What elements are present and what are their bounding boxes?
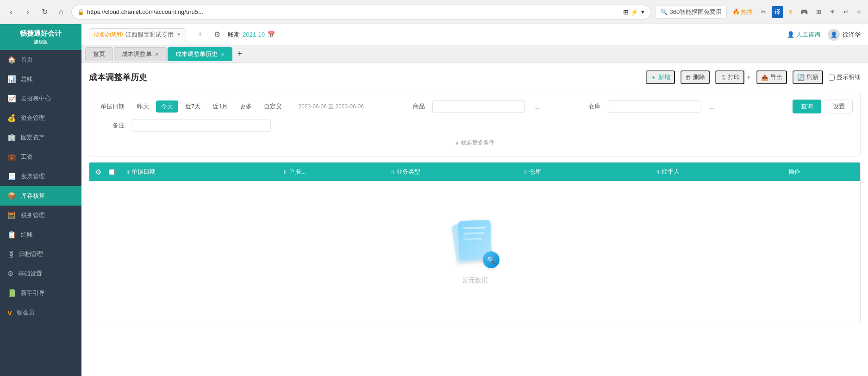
scissors-btn[interactable]: ✂ (758, 6, 769, 17)
setting-button[interactable]: 设置 (825, 100, 853, 113)
sidebar-item-closing[interactable]: 📋 结账 (0, 225, 81, 244)
new-tab-button[interactable]: + (233, 48, 246, 61)
forward-button[interactable]: › (21, 6, 34, 19)
user-name: 徐泽华 (843, 31, 861, 39)
refresh-button[interactable]: 🔄 刷新 (793, 70, 823, 84)
sidebar-item-funds[interactable]: 💰 资金管理 (0, 108, 81, 128)
sidebar-item-settings[interactable]: ⚙ 基础设置 (0, 264, 81, 283)
user-btn[interactable]: 👤 徐泽华 (828, 29, 861, 41)
sidebar-menu: 🏠 首页 📊 总账 📈 云报表中心 💰 资金管理 🏢 固定资产 💼 工资 (0, 50, 81, 376)
sidebar-item-guide[interactable]: 📗 新手引导 (0, 283, 81, 303)
select-all-checkbox[interactable] (109, 169, 115, 175)
print-action[interactable]: 🖨 打印 ▼ (715, 70, 751, 84)
company-dropdown-icon: ▼ (176, 32, 181, 37)
address-bar[interactable]: 🔒 https://cloud.chanjet.com/accounting/u… (71, 5, 651, 19)
tab-cost-adjust-label: 成本调整单 (122, 50, 152, 58)
collapse-icon: ∧ (455, 140, 459, 146)
company-selector[interactable]: (勿删勿禁用) 江西服宝测试专用 ▼ (89, 28, 186, 41)
home-button[interactable]: ⌂ (55, 6, 68, 19)
col-label-date: 单据日期 (131, 168, 156, 176)
service-btn[interactable]: 👤 人工咨询 (787, 31, 820, 39)
app-logo: 畅捷通好会计 旗舰版 (0, 24, 81, 50)
date-range-display: 2023-06-06 至 2023-06-06 (298, 103, 363, 111)
refresh-icon: 🔄 (797, 74, 805, 81)
period-display: 账期 2021-10 📅 (228, 31, 275, 39)
table-toolbar: ⚙ ⇅ 单据日期 ⇅ 单据... ⇅ (89, 163, 860, 181)
sidebar-label-fixed-assets: 固定资产 (21, 133, 45, 142)
warehouse-more[interactable]: ... (710, 103, 715, 110)
sidebar-item-invoice[interactable]: 🧾 发票管理 (0, 167, 81, 186)
query-button[interactable]: 查询 (793, 100, 821, 113)
wallet-btn[interactable]: ¥ (786, 6, 795, 17)
sidebar-label-archive: 归档管理 (19, 250, 43, 258)
tab-home[interactable]: 首页 (85, 47, 113, 61)
date-pill-7days[interactable]: 近7天 (180, 100, 206, 113)
tab-cost-adjust-history[interactable]: 成本调整单历史 ✕ (168, 47, 232, 61)
sidebar-item-archive[interactable]: 🗄 归档管理 (0, 244, 81, 264)
print-button[interactable]: 🖨 打印 (715, 70, 744, 84)
delete-label: 删除 (693, 73, 705, 81)
export-button[interactable]: 📤 导出 (756, 70, 787, 84)
col-header-date[interactable]: ⇅ 单据日期 (122, 168, 280, 176)
hot-search-btn[interactable]: 🔥 热搜 (730, 6, 756, 18)
table-config-icon[interactable]: ⚙ (95, 168, 101, 176)
logo-sub: 旗舰版 (34, 39, 48, 45)
date-pill-yesterday[interactable]: 昨天 (132, 100, 154, 113)
col-header-num[interactable]: ⇅ 单据... (280, 168, 387, 176)
dropdown-icon[interactable]: ▼ (640, 9, 646, 15)
tab-cost-adjust[interactable]: 成本调整单 ✕ (114, 47, 167, 61)
search-box[interactable]: 🔍 360智能抠图免费用 (655, 6, 727, 19)
sort-icon-type: ⇅ (391, 169, 394, 175)
translate-btn[interactable]: 译 (772, 6, 783, 18)
delete-button[interactable]: 🗑 删除 (681, 70, 710, 84)
sidebar-item-member[interactable]: V 畅会员 (0, 303, 81, 322)
date-pill-more[interactable]: 更多 (235, 100, 257, 113)
company-prefix: (勿删勿禁用) (94, 31, 123, 38)
note-input[interactable] (132, 119, 271, 132)
sidebar-item-inventory[interactable]: 📦 库存核算 (0, 186, 81, 206)
refresh-button[interactable]: ↻ (38, 6, 51, 19)
sidebar-item-report[interactable]: 📈 云报表中心 (0, 89, 81, 108)
calendar-icon[interactable]: 📅 (268, 31, 275, 38)
col-header-warehouse[interactable]: ⇅ 仓库 (520, 168, 652, 176)
guide-icon: 📗 (7, 289, 16, 297)
grid-btn[interactable]: ⊞ (813, 6, 824, 17)
date-pill-custom[interactable]: 自定义 (259, 100, 287, 113)
sort-icon-num: ⇅ (283, 169, 287, 175)
date-pill-1month[interactable]: 近1月 (207, 100, 233, 113)
show-columns-checkbox[interactable] (829, 75, 835, 81)
warehouse-input[interactable] (608, 100, 700, 113)
sort-icon-warehouse: ⇅ (524, 169, 527, 175)
sidebar-label-report: 云报表中心 (21, 94, 51, 103)
url-text: https://cloud.chanjet.com/accounting/uru… (87, 8, 203, 15)
undo-btn[interactable]: ↩ (841, 6, 851, 17)
game-btn[interactable]: 🎮 (798, 6, 811, 17)
sidebar-item-ledger[interactable]: 📊 总账 (0, 69, 81, 89)
tab-cost-adjust-history-close[interactable]: ✕ (220, 51, 225, 57)
tab-cost-adjust-close[interactable]: ✕ (155, 51, 159, 57)
topbar-settings-icon[interactable]: ⚙ (214, 30, 220, 39)
period-label: 账期 (228, 31, 240, 39)
date-pill-today[interactable]: 今天 (156, 100, 178, 113)
goods-more[interactable]: ... (534, 103, 539, 110)
search-icon: 🔍 (660, 8, 668, 15)
sidebar-item-fixed-assets[interactable]: 🏢 固定资产 (0, 128, 81, 147)
goods-input[interactable] (432, 100, 525, 113)
col-header-operator[interactable]: ⇅ 经手人 (652, 168, 785, 176)
back-button[interactable]: ‹ (5, 6, 18, 19)
menu-btn[interactable]: ≡ (854, 6, 863, 17)
print-dropdown-icon[interactable]: ▼ (746, 75, 751, 80)
sidebar-item-tax[interactable]: 🧮 税务管理 (0, 206, 81, 225)
browser-tools: 🔍 360智能抠图免费用 🔥 热搜 ✂ 译 ¥ 🎮 ⊞ ☀ ↩ ≡ (655, 6, 863, 19)
new-button[interactable]: ＋ 新增 (646, 70, 675, 84)
lock-icon: 🔒 (77, 9, 84, 15)
sidebar-item-home[interactable]: 🏠 首页 (0, 50, 81, 69)
user-avatar-icon: 👤 (828, 29, 840, 41)
sidebar-label-settings: 基础设置 (18, 269, 42, 278)
theme-btn[interactable]: ☀ (827, 6, 838, 17)
col-header-type[interactable]: ⇅ 业务类型 (387, 168, 519, 176)
collapse-filter-btn[interactable]: ∧ 收起更多条件 (97, 137, 853, 149)
home-icon: 🏠 (7, 56, 16, 64)
sidebar-item-payroll[interactable]: 💼 工资 (0, 147, 81, 167)
topbar-add-company-btn[interactable]: + (194, 28, 206, 41)
